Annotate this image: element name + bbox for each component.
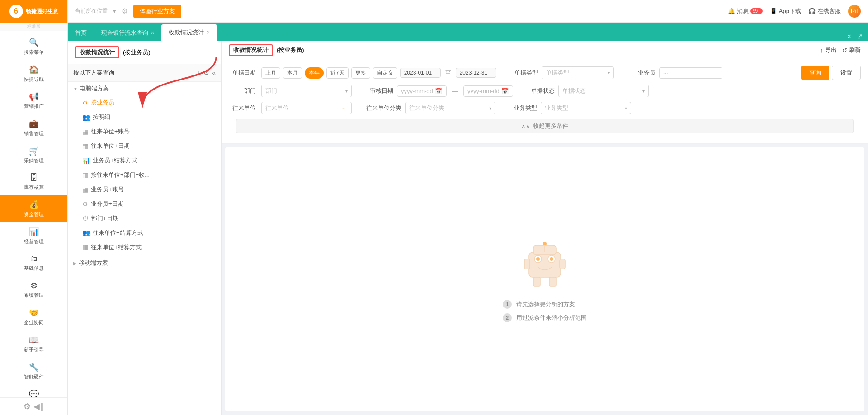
- chevron-down-icon[interactable]: ▾: [113, 8, 116, 14]
- sidebar-item-hardware[interactable]: 🔧 智能硬件: [0, 358, 67, 385]
- sidebar-item-basic[interactable]: 🗂 基础信息: [0, 250, 67, 276]
- last7-btn[interactable]: 近7天: [326, 67, 349, 79]
- export-button[interactable]: ↑ 导出: [821, 46, 837, 54]
- collapse-sidebar-icon[interactable]: ◀‖: [33, 401, 44, 411]
- tab-home[interactable]: 首页: [68, 25, 94, 41]
- staff-select[interactable]: ···: [659, 67, 722, 79]
- this-month-btn[interactable]: 本月: [283, 67, 302, 79]
- sidebar-item-search[interactable]: 🔍 搜索菜单: [0, 33, 67, 60]
- scheme-item-by-staff[interactable]: ⚙ 按业务员: [68, 95, 221, 110]
- sidebar-item-guide[interactable]: 📖 新手引导: [0, 330, 67, 358]
- sidebar-item-label: 企业协同: [24, 319, 44, 326]
- user-avatar[interactable]: Rit: [848, 5, 861, 18]
- trial-button[interactable]: 体验行业方案: [133, 5, 181, 18]
- svg-rect-1: [529, 252, 561, 277]
- notifications-item[interactable]: 🔔 消息 99+: [728, 7, 763, 15]
- collapse-icon: ∧∧: [521, 123, 530, 130]
- unit-category-select[interactable]: 往来单位分类 ▾: [405, 102, 495, 114]
- query-button[interactable]: 查询: [801, 66, 829, 80]
- unit-category-caret: ▾: [489, 106, 491, 111]
- scheme-item-unit-settle2[interactable]: ▦ 往来单位+结算方式: [68, 240, 221, 255]
- scheme-item-label: 往来单位+账号: [91, 127, 130, 136]
- refresh-button[interactable]: ↺ 刷新: [842, 46, 861, 54]
- notifications-label: 消息: [737, 7, 749, 15]
- unit-label: 往来单位: [229, 104, 256, 112]
- empty-steps: 1 请先选择要分析的方案 2 用过滤条件来缩小分析范围: [503, 300, 587, 322]
- unit-category-label: 往来单位分类: [366, 104, 401, 112]
- scheme-settings-icon[interactable]: ⚙: [203, 69, 209, 76]
- biz-type-label: 业务类型: [510, 104, 537, 112]
- sidebar-item-operation[interactable]: 📊 经营管理: [0, 222, 67, 250]
- scheme-section-desktop[interactable]: ▼ 电脑端方案: [68, 82, 221, 95]
- tab-collection-close[interactable]: ×: [207, 29, 210, 36]
- scheme-item-staff-date[interactable]: ⚙ 业务员+日期: [68, 197, 221, 211]
- scheme-item-label: 往来单位+结算方式: [93, 229, 143, 237]
- date-to-input[interactable]: 2023-12-31: [456, 68, 496, 78]
- sidebar-item-inventory[interactable]: 🗄 库存核算: [0, 169, 67, 195]
- date-shortcuts: 上月 本月 本年 近7天 更多 自定义 2023-01-01 至 2023-12…: [261, 67, 496, 79]
- sidebar-item-sales[interactable]: 💼 销售管理: [0, 114, 67, 141]
- doc-type-select[interactable]: 单据类型 ▾: [542, 66, 614, 79]
- tab-bank-close[interactable]: ×: [151, 30, 154, 36]
- scheme-item-unit-account[interactable]: ▦ 往来单位+账号: [68, 124, 221, 139]
- last-month-btn[interactable]: 上月: [261, 67, 280, 79]
- sidebar-item-label: 经营管理: [24, 238, 44, 245]
- scheme-item-staff-settle[interactable]: 📊 业务员+结算方式: [68, 153, 221, 168]
- scheme-section-mobile[interactable]: ▶ 移动端方案: [68, 256, 221, 270]
- biz-type-select[interactable]: 业务类型 ▾: [541, 102, 631, 114]
- sidebar-item-label: 快捷导航: [24, 76, 44, 83]
- sales-icon: 💼: [29, 119, 39, 129]
- svg-point-8: [550, 257, 553, 261]
- sidebar-item-coop[interactable]: 🤝 企业协同: [0, 303, 67, 330]
- settings-bottom-icon[interactable]: ⚙: [24, 401, 31, 411]
- scheme-add-icon[interactable]: +: [197, 69, 201, 76]
- scheme-item-by-detail[interactable]: 👥 按明细: [68, 110, 221, 124]
- calendar-icon: 📅: [435, 88, 442, 94]
- left-panel: 收款情况统计 (按业务员) 按以下方案查询 + ⚙ « ▼ 电脑端方案: [68, 41, 222, 415]
- guide-icon: 📖: [29, 335, 39, 345]
- doc-status-select[interactable]: 单据状态 ▾: [558, 85, 649, 97]
- settings-button[interactable]: 设置: [832, 66, 861, 80]
- scheme-item-label: 业务员+账号: [91, 185, 124, 193]
- app-download-item[interactable]: 📱 App下载: [770, 7, 801, 15]
- scheme-item-icon: ▦: [82, 142, 88, 150]
- online-service-item[interactable]: 🎧 在线客服: [808, 7, 841, 15]
- more-btn[interactable]: 更多: [351, 67, 370, 79]
- collapse-bar[interactable]: ∧∧ 收起更多条件: [236, 119, 854, 133]
- window-close-icon[interactable]: ×: [847, 33, 851, 41]
- sidebar-item-funds[interactable]: 💰 资金管理: [0, 195, 67, 222]
- scheme-collapse-icon[interactable]: «: [212, 69, 216, 76]
- unit-more-btn[interactable]: ···: [340, 105, 348, 111]
- tab-bank[interactable]: 现金银行流水查询 ×: [94, 25, 161, 41]
- dept-select[interactable]: 部门 ▾: [261, 85, 352, 97]
- sidebar-item-quicknav[interactable]: 🏠 快捷导航: [0, 60, 67, 87]
- unit-category-group: 往来单位分类 往来单位分类 ▾: [366, 102, 495, 114]
- tabs-bar: 首页 现金银行流水查询 × 收款情况统计 × × ⤢: [68, 23, 868, 41]
- operation-icon: 📊: [29, 227, 39, 237]
- scheme-item-dept-date[interactable]: ⏱ 部门+日期: [68, 211, 221, 226]
- review-date-from[interactable]: yyyy-mm-dd 📅: [397, 85, 447, 97]
- sidebar-item-marketing[interactable]: 📢 营销推广: [0, 87, 67, 114]
- date-from-input[interactable]: 2023-01-01: [400, 68, 441, 78]
- staff-group: 业务员 ···: [628, 67, 722, 79]
- custom-btn[interactable]: 自定义: [373, 67, 397, 79]
- review-date-to[interactable]: yyyy-mm-dd 📅: [463, 85, 513, 97]
- doc-type-group: 单据类型 单据类型 ▾: [511, 66, 614, 79]
- scheme-item-unit-date[interactable]: ▦ 往来单位+日期: [68, 139, 221, 153]
- scheme-item-label: 按明细: [93, 113, 110, 121]
- tab-collection[interactable]: 收款情况统计 ×: [161, 24, 217, 41]
- sidebar-item-system[interactable]: ⚙ 系统管理: [0, 276, 67, 303]
- unit-select[interactable]: 往来单位 ···: [261, 102, 352, 114]
- settings-icon[interactable]: ⚙: [122, 7, 128, 15]
- scheme-item-unit-dept-collect[interactable]: ▦ 按往来单位+部门+收...: [68, 168, 221, 182]
- sidebar-nav: 🔍 搜索菜单 🏠 快捷导航 📢 营销推广 💼 销售管理 🛒 采购管理 🗄 库存核…: [0, 31, 67, 397]
- sidebar-item-purchase[interactable]: 🛒 采购管理: [0, 141, 67, 169]
- this-year-btn[interactable]: 本年: [305, 67, 324, 79]
- scheme-item-unit-settle[interactable]: 👥 往来单位+结算方式: [68, 226, 221, 240]
- window-maximize-icon[interactable]: ⤢: [857, 32, 863, 41]
- empty-state: 1 请先选择要分析的方案 2 用过滤条件来缩小分析范围: [225, 147, 864, 411]
- logo-text: 畅捷通好生意: [26, 8, 58, 14]
- sidebar-item-wechat[interactable]: 💬 企业微信: [0, 385, 67, 397]
- page-title-full: 收款情况统计 (按业务员): [229, 44, 304, 56]
- scheme-item-staff-account[interactable]: ▦ 业务员+账号: [68, 182, 221, 197]
